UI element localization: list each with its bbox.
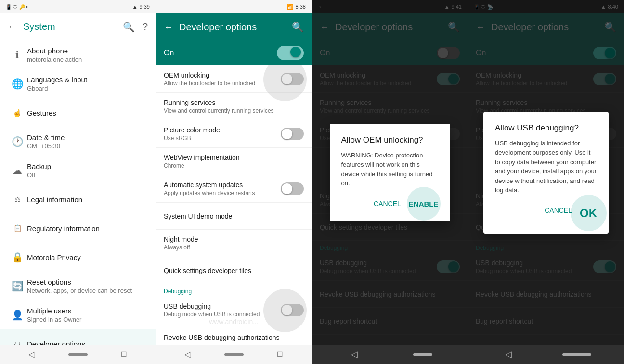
dev-on-header-2: On <box>156 40 312 65</box>
settings-list-1: ℹ About phone motorola one action 🌐 Lang… <box>0 40 156 345</box>
nav-bar-2: ◁ ☐ <box>156 345 312 364</box>
menu-item-languages[interactable]: 🌐 Languages & input Gboard <box>0 69 156 98</box>
menu-item-datetime[interactable]: 🕐 Date & time GMT+05:30 <box>0 127 156 156</box>
status-left-1: 📱 🛡 🔑 • <box>6 4 28 10</box>
help-icon-1[interactable]: ? <box>143 21 148 33</box>
nav-back-1[interactable]: ◁ <box>25 347 39 362</box>
oem-row-container: OEM unlocking Allow the bootloader to be… <box>156 65 312 93</box>
search-icon-2[interactable]: 🔍 <box>292 21 304 33</box>
nav-square-2[interactable]: ☐ <box>273 349 287 360</box>
nav-home-4[interactable] <box>562 353 591 356</box>
nav-home-2[interactable] <box>224 353 244 356</box>
nav-square-1[interactable]: ☐ <box>117 349 131 360</box>
nm-title-2: Night mode <box>164 235 304 243</box>
languages-sub: Gboard <box>27 85 148 92</box>
app-bar-title-2: Developer options <box>179 22 257 33</box>
oem-dialog-body: WARNING: Device protection features will… <box>341 151 439 188</box>
nav-back-2[interactable]: ◁ <box>181 347 195 362</box>
nav-home-1[interactable] <box>68 353 88 356</box>
menu-item-backup[interactable]: ☁ Backup Off <box>0 156 156 185</box>
panel-developer-options: 📶 8:38 ← Developer options 🔍 On OEM unlo… <box>156 0 312 364</box>
ui-demo-2[interactable]: System UI demo mode <box>156 203 312 230</box>
wv-sub-2: Chrome <box>164 162 304 169</box>
oem-dialog: Allow OEM unlocking? WARNING: Device pro… <box>330 124 450 221</box>
pc-sub-2: Use sRGB <box>164 135 220 142</box>
time-1: 9:39 <box>140 4 150 10</box>
nav-bar-1: ◁ ☐ <box>0 345 156 364</box>
languages-title: Languages & input <box>27 76 148 84</box>
legal-title: Legal information <box>27 195 148 204</box>
enable-btn-container: Enable <box>409 198 439 210</box>
nav-home-3[interactable] <box>413 353 432 356</box>
au-toggle-2[interactable] <box>281 182 304 195</box>
privacy-icon: 🔒 <box>8 251 27 263</box>
pc-title-2: Picture color mode <box>164 126 220 134</box>
picture-color-2[interactable]: Picture color mode Use sRGB <box>156 120 312 148</box>
status-bar-1: 📱 🛡 🔑 • ▲ 9:39 <box>0 0 156 13</box>
menu-item-users[interactable]: 👤 Multiple users Signed in as Owner <box>0 300 156 329</box>
nav-back-3[interactable]: ◁ <box>347 347 362 362</box>
usb-dialog-body: USB debugging is intended for developmen… <box>495 139 597 195</box>
reset-title: Reset options <box>27 278 148 286</box>
panel-system-settings: 📱 🛡 🔑 • ▲ 9:39 ← System 🔍 ? ℹ About phon… <box>0 0 156 364</box>
backup-icon: ☁ <box>8 165 27 176</box>
regulatory-title: Regulatory information <box>27 224 148 233</box>
status-right-1: ▲ 9:39 <box>132 4 150 10</box>
app-bar-1: ← System 🔍 ? <box>0 13 156 40</box>
nav-bar-3: ◁ <box>312 345 468 364</box>
au-sub-2: Apply updates when device restarts <box>164 190 255 196</box>
dev-toggle-2[interactable] <box>277 46 304 60</box>
developer-title: Developer options <box>27 340 148 345</box>
wv-title-2: WebView implementation <box>164 154 304 161</box>
nav-back-4[interactable]: ◁ <box>501 347 516 362</box>
webview-2[interactable]: WebView implementation Chrome <box>156 148 312 175</box>
rs-sub-2: View and control currently running servi… <box>164 107 304 114</box>
oem-dialog-overlay: Allow OEM unlocking? WARNING: Device pro… <box>312 0 468 345</box>
regulatory-icon: 📋 <box>8 224 27 232</box>
nm-sub-2: Always off <box>164 244 304 251</box>
search-icon-1[interactable]: 🔍 <box>123 21 135 33</box>
datetime-title: Date & time <box>27 133 148 142</box>
app-bar-title-1: System <box>23 21 55 32</box>
rv-title-2: Revoke USB debugging authorizations <box>164 334 304 341</box>
usb-cancel-btn[interactable]: Cancel <box>545 205 572 222</box>
usb-sub-2: Debug mode when USB is connected <box>164 311 260 318</box>
developer-icon: { } <box>8 340 27 345</box>
auto-updates-2[interactable]: Automatic system updates Apply updates w… <box>156 175 312 203</box>
ok-btn-container: OK <box>580 205 597 222</box>
usb-row-container: USB debugging Debug mode when USB is con… <box>156 297 312 324</box>
wifi-icon-2: 📶 <box>287 4 294 10</box>
usb-ok-btn[interactable]: OK <box>580 205 597 222</box>
usb-dialog-title: Allow USB debugging? <box>495 123 597 133</box>
back-button-2[interactable]: ← <box>164 22 173 33</box>
oem-enable-btn[interactable]: Enable <box>409 198 439 210</box>
dev-on-label-2: On <box>164 49 277 57</box>
dev-settings-list-2: OEM unlocking Allow the bootloader to be… <box>156 65 312 345</box>
menu-item-privacy[interactable]: 🔒 Motorola Privacy <box>0 243 156 272</box>
night-mode-2[interactable]: Night mode Always off <box>156 230 312 257</box>
usb-title-2: USB debugging <box>164 302 260 310</box>
reset-sub: Network, apps, or device can be reset <box>27 287 148 294</box>
qs-title-2: Quick settings developer tiles <box>164 267 304 274</box>
oem-title-2: OEM unlocking <box>164 71 255 79</box>
menu-item-regulatory[interactable]: 📋 Regulatory information <box>0 214 156 243</box>
status-bar-2: 📶 8:38 <box>156 0 312 13</box>
menu-item-reset[interactable]: 🔄 Reset options Network, apps, or device… <box>0 272 156 300</box>
menu-item-legal[interactable]: ⚖ Legal information <box>0 185 156 214</box>
reset-icon: 🔄 <box>8 280 27 292</box>
qs-tiles-2[interactable]: Quick settings developer tiles <box>156 257 312 284</box>
oem-dialog-title: Allow OEM unlocking? <box>341 135 439 145</box>
time-2: 8:38 <box>296 4 306 10</box>
menu-item-gestures[interactable]: ☝ Gestures <box>0 98 156 127</box>
oem-sub-2: Allow the bootloader to be unlocked <box>164 80 255 87</box>
legal-icon: ⚖ <box>8 195 27 203</box>
users-title: Multiple users <box>27 307 148 315</box>
back-button-1[interactable]: ← <box>8 21 17 32</box>
languages-icon: 🌐 <box>8 78 27 90</box>
notification-icons-1: 📱 🛡 🔑 • <box>6 4 28 10</box>
menu-item-developer[interactable]: { } Developer options <box>0 329 156 345</box>
oem-cancel-btn[interactable]: Cancel <box>374 198 401 210</box>
backup-title: Backup <box>27 162 148 170</box>
pc-toggle-2[interactable] <box>281 128 304 140</box>
menu-item-about[interactable]: ℹ About phone motorola one action <box>0 40 156 69</box>
